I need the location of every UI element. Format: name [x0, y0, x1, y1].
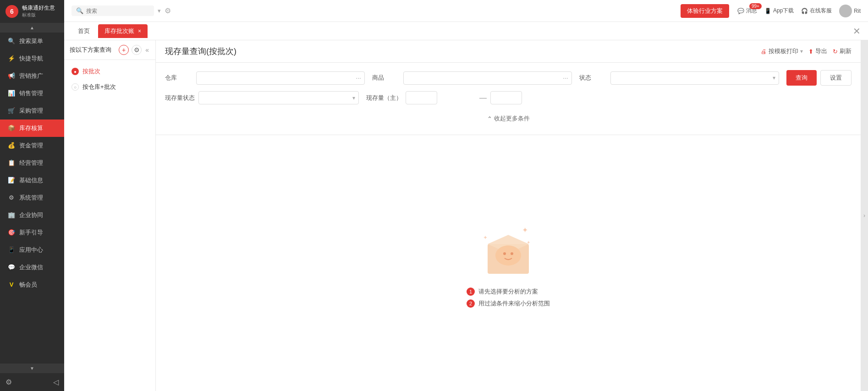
sidebar-item-label: 系统管理: [19, 194, 43, 202]
user-name: Rit: [854, 8, 861, 14]
stock-qty-to[interactable]: [490, 91, 522, 104]
topbar-dropdown-icon[interactable]: ▾: [158, 7, 161, 14]
warehouse-input[interactable]: [196, 71, 365, 85]
left-panel-header: 按以下方案查询 + ⚙ «: [64, 40, 155, 60]
sidebar-item-label: 企业协同: [19, 211, 43, 219]
sidebar-item-sales[interactable]: 📊 销售管理: [0, 85, 64, 102]
sidebar-item-appstore[interactable]: 📱 应用中心: [0, 241, 64, 259]
quick-icon: ⚡: [7, 54, 16, 63]
sidebar-item-label: 搜索菜单: [19, 37, 43, 45]
sidebar-item-quick[interactable]: ⚡ 快捷导航: [0, 50, 64, 67]
appstore-icon: 📱: [7, 246, 16, 254]
add-plan-btn[interactable]: +: [119, 45, 129, 55]
plan-dot-inactive: ○: [71, 83, 79, 91]
stock-status-filter: 现存量状态 ▾: [165, 91, 359, 104]
sidebar-item-label: 新手引导: [19, 228, 43, 237]
sidebar-item-basic[interactable]: 📝 基础信息: [0, 172, 64, 189]
export-label: 导出: [815, 47, 827, 55]
content-area: 按以下方案查询 + ⚙ « ● 按批次: [64, 40, 868, 391]
plan-item-batch[interactable]: ● 按批次: [64, 64, 155, 79]
sidebar-item-purchase[interactable]: 🛒 采购管理: [0, 102, 64, 119]
topbar-search-input[interactable]: [86, 8, 141, 14]
right-collapse-handle[interactable]: ›: [861, 40, 868, 391]
close-all-tabs-btn[interactable]: ✕: [853, 26, 861, 37]
sidebar-item-label: 库存核算: [19, 124, 43, 132]
topbar: 🔍 ▾ ⚙ 体验行业方案 💬 消息 99+ 📱 App下载 🎧 在线客服 Rit: [64, 0, 868, 22]
query-btn[interactable]: 查询: [786, 70, 817, 86]
tab-inventory-batch[interactable]: 库存批次账 ×: [98, 24, 148, 38]
message-icon: 💬: [737, 8, 744, 14]
sidebar-nav: 🔍 搜索菜单 ⚡ 快捷导航 📢 营销推广 📊 销售管理 🛒 采购管理 📦 库存核…: [0, 33, 64, 364]
tab-close-btn[interactable]: ×: [138, 28, 141, 34]
export-btn[interactable]: ⬆ 导出: [808, 47, 827, 55]
stock-qty-filter: 现存量（主） —: [366, 91, 560, 104]
stock-status-select[interactable]: [198, 91, 359, 104]
status-label: 状态: [579, 74, 607, 82]
print-btn[interactable]: 🖨 按模板打印 ▾: [761, 47, 803, 55]
sidebar-item-wechat[interactable]: 💬 企业微信: [0, 259, 64, 276]
topbar-search-icon: 🔍: [76, 7, 83, 14]
sidebar-item-enterprise[interactable]: 🏢 企业协同: [0, 206, 64, 224]
warehouse-filter: 仓库 ···: [165, 71, 365, 85]
warehouse-label: 仓库: [165, 74, 192, 82]
sidebar-item-label: 采购管理: [19, 107, 43, 115]
plan-item-label: 按仓库+批次: [82, 83, 116, 91]
sidebar-item-system[interactable]: ⚙ 系统管理: [0, 189, 64, 206]
sidebar-item-inventory[interactable]: 📦 库存核算: [0, 119, 64, 137]
left-panel-title: 按以下方案查询: [70, 46, 111, 54]
range-dash: —: [479, 94, 487, 102]
plan-item-warehouse-batch[interactable]: ○ 按仓库+批次: [64, 79, 155, 95]
hint-item-1: 1 请先选择要分析的方案: [467, 288, 550, 296]
trial-industry-btn[interactable]: 体验行业方案: [681, 4, 729, 18]
user-menu[interactable]: Rit: [839, 5, 861, 17]
page-title: 现存量查询(按批次): [165, 46, 236, 57]
sidebar-item-vip[interactable]: V 畅会员: [0, 276, 64, 293]
messages-btn[interactable]: 💬 消息 99+: [737, 7, 757, 15]
empty-state: ✦ ✦ ✦ 1 请先选择要分析的方案 2 用过滤条件来缩小分析范围: [156, 135, 861, 391]
settings-btn[interactable]: 设置: [820, 70, 852, 86]
sidebar-item-newbie[interactable]: 🎯 新手引导: [0, 224, 64, 241]
online-service-label: 在线客服: [810, 7, 832, 15]
online-service-btn[interactable]: 🎧 在线客服: [801, 7, 832, 15]
print-dropdown-icon[interactable]: ▾: [800, 48, 803, 54]
print-label: 按模板打印: [769, 47, 798, 55]
sidebar-settings-btn[interactable]: ⚙: [5, 378, 12, 386]
product-more-icon[interactable]: ···: [563, 74, 568, 81]
sales-icon: 📊: [7, 89, 16, 98]
product-filter: 商品 ···: [372, 71, 572, 85]
wechat-icon: 💬: [7, 263, 16, 272]
sidebar-scroll-up[interactable]: ▲: [0, 23, 64, 33]
svg-point-2: [495, 245, 521, 266]
sidebar-collapse-btn[interactable]: ◁: [53, 378, 59, 386]
tab-home[interactable]: 首页: [71, 24, 96, 38]
sidebar-item-marketing[interactable]: 📢 营销推广: [0, 67, 64, 85]
app-edition: 标准版: [22, 12, 55, 18]
app-download-btn[interactable]: 📱 App下载: [764, 7, 794, 15]
app-download-label: App下载: [773, 7, 794, 15]
status-select[interactable]: [610, 71, 779, 85]
collapse-more-btn[interactable]: ⌃ 收起更多条件: [165, 110, 852, 127]
action-buttons: 查询 设置: [786, 70, 852, 86]
stock-status-label: 现存量状态: [165, 94, 195, 102]
plan-settings-btn[interactable]: ⚙: [132, 45, 142, 55]
product-input[interactable]: [403, 71, 572, 85]
gear-icon: ⚙: [134, 46, 140, 54]
export-icon: ⬆: [808, 48, 813, 55]
sidebar-scroll-down[interactable]: ▼: [0, 364, 64, 373]
left-panel-collapse-btn[interactable]: «: [144, 45, 150, 54]
hint-text-1: 请先选择要分析的方案: [478, 288, 538, 296]
topbar-settings-icon[interactable]: ⚙: [165, 6, 171, 15]
svg-text:✦: ✦: [527, 240, 530, 245]
sidebar-item-finance[interactable]: 💰 资金管理: [0, 137, 64, 154]
ops-icon: 📋: [7, 159, 16, 167]
newbie-icon: 🎯: [7, 228, 16, 237]
sidebar-item-ops[interactable]: 📋 经营管理: [0, 154, 64, 172]
warehouse-more-icon[interactable]: ···: [356, 74, 361, 81]
refresh-btn[interactable]: ↻ 刷新: [833, 47, 852, 55]
tab-home-label: 首页: [78, 27, 90, 35]
stock-qty-from[interactable]: [406, 91, 437, 104]
sidebar-item-search[interactable]: 🔍 搜索菜单: [0, 33, 64, 50]
company-name: 畅康通好生意: [22, 5, 55, 12]
topbar-search-box[interactable]: 🔍: [71, 5, 154, 16]
sidebar-item-label: 营销推广: [19, 72, 43, 80]
